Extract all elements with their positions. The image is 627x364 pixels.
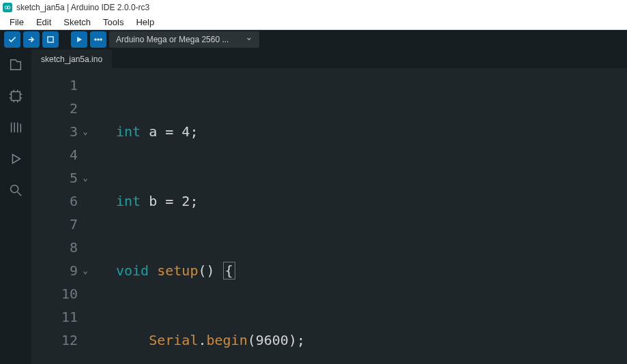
debug-button[interactable] xyxy=(71,31,87,48)
svg-rect-6 xyxy=(12,92,20,101)
menu-tools[interactable]: Tools xyxy=(98,16,129,29)
verify-button[interactable] xyxy=(4,31,20,48)
arduino-logo-icon xyxy=(3,3,12,12)
activity-bar xyxy=(0,49,31,364)
line-number: 2 xyxy=(70,97,78,120)
menu-help[interactable]: Help xyxy=(130,16,160,29)
svg-rect-2 xyxy=(48,37,53,42)
menu-file[interactable]: File xyxy=(4,16,29,29)
svg-point-5 xyxy=(100,38,102,41)
chevron-down-icon xyxy=(246,35,252,44)
code-content[interactable]: int a = 4; int b = 2; void setup() { Ser… xyxy=(100,68,627,364)
menu-sketch[interactable]: Sketch xyxy=(58,16,96,29)
toolbar-button-3[interactable] xyxy=(42,31,59,48)
library-manager-icon[interactable] xyxy=(5,117,26,138)
editor-area: sketch_jan5a.ino 1 2 3⌄ 4 5⌄ 6 7 8 9⌄ 10… xyxy=(31,49,627,364)
fold-chevron-icon[interactable]: ⌄ xyxy=(81,120,90,143)
code-line: void setup() { xyxy=(102,259,627,282)
line-number: 10 xyxy=(61,282,78,305)
line-number: 9 xyxy=(70,259,78,282)
line-number: 12 xyxy=(61,329,78,352)
line-number: 1 xyxy=(70,74,78,97)
tab-bar: sketch_jan5a.ino xyxy=(31,49,627,68)
window-title: sketch_jan5a | Arduino IDE 2.0.0-rc3 xyxy=(16,3,149,12)
svg-point-4 xyxy=(94,38,97,41)
code-line: Serial.begin(9600); xyxy=(102,329,627,352)
code-line: int b = 2; xyxy=(102,189,627,213)
debug-panel-icon[interactable] xyxy=(5,149,26,169)
line-number: 3 xyxy=(70,120,78,143)
explorer-icon[interactable] xyxy=(5,55,26,75)
main-area: sketch_jan5a.ino 1 2 3⌄ 4 5⌄ 6 7 8 9⌄ 10… xyxy=(0,49,627,364)
boards-manager-icon[interactable] xyxy=(5,86,26,106)
window-titlebar: sketch_jan5a | Arduino IDE 2.0.0-rc3 xyxy=(0,0,627,15)
file-tab-label: sketch_jan5a.ino xyxy=(41,55,102,64)
board-selector-label: Arduino Mega or Mega 2560 ... xyxy=(116,35,229,44)
toolbar-button-5[interactable] xyxy=(90,31,106,48)
menu-edit[interactable]: Edit xyxy=(31,16,57,29)
line-gutter: 1 2 3⌄ 4 5⌄ 6 7 8 9⌄ 10 11 12 xyxy=(31,68,100,364)
line-number: 7 xyxy=(70,213,78,236)
menubar: File Edit Sketch Tools Help xyxy=(0,15,627,30)
line-number: 4 xyxy=(70,143,78,166)
fold-chevron-icon[interactable]: ⌄ xyxy=(81,166,90,189)
svg-point-7 xyxy=(11,185,18,193)
search-icon[interactable] xyxy=(5,180,26,200)
file-tab[interactable]: sketch_jan5a.ino xyxy=(31,50,112,68)
line-number: 6 xyxy=(70,189,78,213)
upload-button[interactable] xyxy=(23,31,40,48)
board-selector[interactable]: Arduino Mega or Mega 2560 ... xyxy=(109,31,259,48)
line-number: 11 xyxy=(61,305,78,329)
line-number: 8 xyxy=(70,236,78,259)
toolbar: Arduino Mega or Mega 2560 ... xyxy=(0,30,627,49)
line-number: 5 xyxy=(70,166,78,189)
code-line: int a = 4; xyxy=(102,120,627,143)
code-editor[interactable]: 1 2 3⌄ 4 5⌄ 6 7 8 9⌄ 10 11 12 int a = 4;… xyxy=(31,68,627,364)
fold-chevron-icon[interactable]: ⌄ xyxy=(81,259,90,282)
svg-point-3 xyxy=(97,38,100,41)
